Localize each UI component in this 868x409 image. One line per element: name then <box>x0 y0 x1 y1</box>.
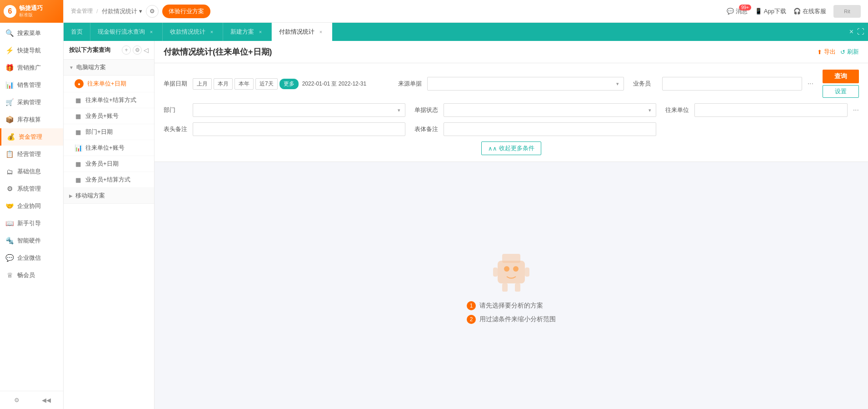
svg-rect-5 <box>525 268 529 277</box>
tab-close-new-scheme[interactable]: × <box>257 28 264 35</box>
this-year-btn[interactable]: 本年 <box>234 78 254 90</box>
refresh-btn[interactable]: ↺ 刷新 <box>840 48 859 56</box>
tabbar-close-btn[interactable]: × <box>849 28 853 36</box>
body-note-label: 表体备注 <box>414 125 440 133</box>
filter-settings-link[interactable]: 设置 <box>823 85 859 98</box>
purchase-icon: 🛒 <box>5 98 14 106</box>
scheme-mobile-group-header[interactable]: ▶ 移动端方案 <box>64 188 154 204</box>
filter-item-counterpart: 往来单位 ··· <box>665 103 859 117</box>
sidebar-item-marketing[interactable]: 🎁 营销推广 <box>0 59 63 76</box>
sidebar-item-search[interactable]: 🔍 搜索菜单 <box>0 25 63 42</box>
trial-btn[interactable]: 体验行业方案 <box>162 5 210 18</box>
sidebar-item-operations[interactable]: 📋 经营管理 <box>0 146 63 163</box>
online-service-btn[interactable]: 🎧 在线客服 <box>793 7 826 15</box>
counterpart-more-btn[interactable]: ··· <box>853 106 859 114</box>
system-icon: ⚙ <box>5 185 14 193</box>
tab-collection[interactable]: 收款情况统计 × <box>163 23 223 41</box>
body-note-input[interactable] <box>444 122 656 136</box>
scheme-item-salesperson-settle[interactable]: ▦ 业务员+结算方式 <box>64 172 154 188</box>
tab-home[interactable]: 首页 <box>64 23 90 41</box>
header-note-input[interactable] <box>193 122 405 136</box>
filter-item-header-note: 表头备注 <box>164 122 405 136</box>
topbar-settings-btn[interactable]: ⚙ <box>146 5 159 18</box>
sidebar-item-purchase[interactable]: 🛒 采购管理 <box>0 94 63 111</box>
filter-item-salesperson: 业务员 ··· <box>633 77 813 91</box>
tab-close-collection[interactable]: × <box>208 28 215 35</box>
basic-info-icon: 🗂 <box>5 167 14 176</box>
tabbar-actions: × ⛶ <box>846 23 868 41</box>
date-buttons: 上月 本月 本年 近7天 更多 2022-01-01 至 2022-12-31 <box>193 78 366 90</box>
topbar-right: 💬 消息 99+ 📱 App下载 🎧 在线客服 Rit <box>727 5 861 18</box>
filter-row-2: 部门 ▾ 单据状态 ▾ 往来单位 <box>164 103 859 117</box>
scheme-item-counterpart-settle[interactable]: ▦ 往来单位+结算方式 <box>64 92 154 108</box>
sidebar-bottom: ⚙ ◀◀ <box>0 391 63 409</box>
dept-select[interactable]: ▾ <box>193 103 405 117</box>
scheme-item-counterpart-date[interactable]: ● 往来单位+日期 <box>64 76 154 92</box>
sidebar-item-wechat[interactable]: 💬 企业微信 <box>0 249 63 267</box>
sidebar-item-hardware[interactable]: 🔩 智能硬件 <box>0 232 63 249</box>
counterpart-input[interactable] <box>694 103 847 117</box>
sidebar-item-quick-nav[interactable]: ⚡ 快捷导航 <box>0 42 63 59</box>
more-btn[interactable]: 更多 <box>279 79 299 89</box>
scheme-add-btn[interactable]: + <box>122 45 131 55</box>
last-month-btn[interactable]: 上月 <box>193 78 212 90</box>
scheme-item-counterpart-account[interactable]: 📊 往来单位+账号 <box>64 140 154 156</box>
active-scheme-indicator: ● <box>75 79 84 88</box>
tab-close-bank-flow[interactable]: × <box>148 28 155 35</box>
tab-payment-stats[interactable]: 付款情况统计 × <box>272 23 332 41</box>
sidebar-item-inventory[interactable]: 📦 库存核算 <box>0 111 63 128</box>
quick-nav-icon: ⚡ <box>5 46 14 55</box>
sidebar-item-guide[interactable]: 📖 新手引导 <box>0 215 63 232</box>
guide-icon: 📖 <box>5 219 14 227</box>
empty-illustration <box>484 247 539 294</box>
this-month-btn[interactable]: 本月 <box>214 78 233 90</box>
collapse-more-btn[interactable]: ∧∧ 收起更多条件 <box>481 141 541 155</box>
sidebar-collapse-btn[interactable]: ◀◀ <box>34 395 60 405</box>
sidebar-item-basic-info[interactable]: 🗂 基础信息 <box>0 163 63 180</box>
operations-icon: 📋 <box>5 150 14 158</box>
last7-btn[interactable]: 近7天 <box>255 78 278 90</box>
source-select[interactable]: ▾ <box>427 77 624 91</box>
tab-new-scheme[interactable]: 新建方案 × <box>223 23 272 41</box>
wechat-icon: 💬 <box>5 254 14 262</box>
salesperson-more-btn[interactable]: ··· <box>808 80 813 88</box>
messages-badge: 99+ <box>739 5 751 10</box>
tabbar-expand-btn[interactable]: ⛶ <box>857 28 864 36</box>
empty-hint: 1 请先选择要分析的方案 2 用过滤条件来缩小分析范围 <box>467 301 556 324</box>
sidebar-item-system[interactable]: ⚙ 系统管理 <box>0 180 63 197</box>
scheme-item-icon: ▦ <box>75 176 82 183</box>
collapse-row: ∧∧ 收起更多条件 <box>164 141 859 155</box>
scheme-item-salesperson-date[interactable]: ▦ 业务员+日期 <box>64 156 154 172</box>
scheme-item-dept-date[interactable]: ▦ 部门+日期 <box>64 124 154 140</box>
query-btn[interactable]: 查询 <box>823 70 859 83</box>
right-panel: 付款情况统计(往来单位+日期) ⬆ 导出 ↺ 刷新 <box>155 41 868 409</box>
scheme-collapse-btn[interactable]: ◁ <box>144 46 149 54</box>
sidebar-settings-btn[interactable]: ⚙ <box>4 395 30 405</box>
filter-item-status: 单据状态 ▾ <box>414 103 656 117</box>
scheme-pc-group-header[interactable]: ▼ 电脑端方案 <box>64 60 154 76</box>
scheme-item-icon: ▦ <box>75 96 82 104</box>
tab-close-payment-stats[interactable]: × <box>317 28 324 35</box>
sidebar-item-member[interactable]: ♕ 畅会员 <box>0 267 63 284</box>
filter-action-btns: 查询 设置 <box>823 70 859 98</box>
sidebar-item-sales[interactable]: 📊 销售管理 <box>0 76 63 94</box>
scheme-item-icon: ▦ <box>75 128 82 136</box>
page-header: 付款情况统计(往来单位+日期) ⬆ 导出 ↺ 刷新 <box>155 41 868 63</box>
filter-item-body-note: 表体备注 <box>414 122 656 136</box>
status-select[interactable]: ▾ <box>444 103 656 117</box>
date-label: 单据日期 <box>164 80 189 88</box>
marketing-icon: 🎁 <box>5 64 14 72</box>
messages-btn[interactable]: 💬 消息 99+ <box>727 7 748 15</box>
sidebar-item-enterprise[interactable]: 🤝 企业协同 <box>0 197 63 215</box>
breadcrumb-dropdown[interactable]: 付款情况统计 ▾ <box>102 7 142 15</box>
scheme-item-salesperson-account[interactable]: ▦ 业务员+账号 <box>64 108 154 124</box>
export-btn[interactable]: ⬆ 导出 <box>817 48 836 56</box>
avatar[interactable]: Rit <box>833 5 861 18</box>
tab-bank-flow[interactable]: 现金银行流水查询 × <box>90 23 163 41</box>
sidebar-item-capital[interactable]: 💰 资金管理 <box>0 128 63 146</box>
app-download-btn[interactable]: 📱 App下载 <box>755 7 786 15</box>
inventory-icon: 📦 <box>5 116 14 124</box>
topbar-left: 资金管理 / 付款情况统计 ▾ ⚙ 体验行业方案 <box>71 5 721 18</box>
scheme-settings-btn[interactable]: ⚙ <box>133 45 142 55</box>
salesperson-input[interactable] <box>662 77 802 91</box>
